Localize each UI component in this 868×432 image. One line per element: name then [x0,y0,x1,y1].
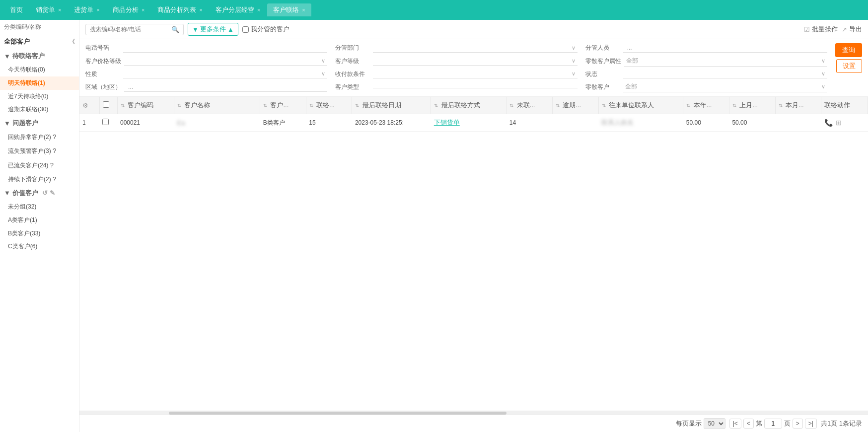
nav-customer-contact-close[interactable]: × [302,7,305,13]
filter-region-dots[interactable]: ... [128,83,133,90]
horizontal-scrollbar[interactable] [79,411,868,415]
col-sort-uncontacted-icon[interactable]: ⇅ [509,103,513,108]
nav-product-analysis-list[interactable]: 商品分析列表 × [151,3,208,16]
sidebar-group-problem[interactable]: ▼ 问题客户 [0,116,79,130]
col-sort-cmonth-icon[interactable]: ⇅ [779,103,783,108]
last-page-btn[interactable]: >| [805,419,817,429]
main-layout: 🔍 全部客户 《 ▼ 待联络客户 今天待联络(0) 明天待联络(1) 近7天待联… [0,20,868,432]
nav-sales-order-close[interactable]: × [58,7,61,13]
filter-person-dots[interactable]: ... [627,44,632,51]
first-page-btn[interactable]: |< [729,419,741,429]
row-checkbox[interactable] [102,119,109,125]
filter-retail-customer-select[interactable]: 全部 ∨ [623,81,827,92]
main-search-icon[interactable]: 🔍 [171,26,179,33]
sidebar-churned[interactable]: 已流失客户(24) ? [0,158,79,172]
nav-customer-layered-close[interactable]: × [257,7,260,13]
col-sort-overdue-icon[interactable]: ⇅ [556,103,560,108]
sidebar-declining[interactable]: 持续下滑客户(2) ? [0,172,79,186]
col-sort-contact-icon[interactable]: ⇅ [309,103,313,108]
filter-customer-type-label: 客户类型 [335,83,370,91]
refresh-icon[interactable]: ↺ [42,189,48,197]
filter-price-level-select[interactable]: ∨ [124,57,327,66]
nav-product-analysis[interactable]: 商品分析 × [107,3,150,16]
my-customers-toggle[interactable]: 我分管的客户 [242,25,289,34]
filter-payment-select[interactable]: ∨ [373,70,577,78]
col-settings[interactable]: ⚙ [79,97,99,114]
more-filter-btn[interactable]: ▼ 更多条件 ▲ [188,23,238,36]
sidebar-class-a[interactable]: A类客户(1) [0,214,79,227]
page-number-input[interactable] [764,419,782,429]
sidebar-repurchase-abnormal[interactable]: 回购异常客户(2) ? [0,130,79,144]
col-sort-method-icon[interactable]: ⇅ [434,103,438,108]
filter-status-select[interactable]: ∨ [623,70,827,78]
col-sort-date-icon[interactable]: ⇅ [355,103,359,108]
nav-home[interactable]: 首页 [4,3,29,16]
filter-region-select[interactable]: ... [124,82,327,92]
filter-person-label: 分管人员 [585,44,620,52]
col-sort-year-icon[interactable]: ⇅ [686,103,690,108]
scrollbar-thumb[interactable] [169,412,506,415]
sidebar-group-value-label: 价值客户 [12,189,38,198]
col-checkbox[interactable] [99,97,117,114]
sidebar-search-input[interactable] [4,23,78,30]
prev-page-btn[interactable]: < [743,419,754,429]
filter-retail-attr-select[interactable]: 全部 ∨ [624,56,827,67]
col-sort-icon[interactable]: ⇅ [121,103,125,108]
settings-icon[interactable]: ⚙ [82,102,88,109]
help-icon-4[interactable]: ? [53,175,56,183]
nav-product-analysis-close[interactable]: × [142,7,145,13]
main-search-input[interactable] [90,26,169,33]
filter-dept-select[interactable]: ∨ [373,44,577,53]
next-page-btn[interactable]: > [793,419,803,429]
filter-customer-type-select[interactable] [373,86,577,88]
filter-nature-select[interactable]: ∨ [123,70,327,78]
sidebar-collapse-icon[interactable]: 《 [69,38,75,46]
edit-icon[interactable]: ✎ [50,189,55,197]
sidebar-overdue-uncontacted[interactable]: 逾期未联络(30) [0,103,79,116]
nav-product-list-close[interactable]: × [199,7,202,13]
sidebar-tomorrow-pending[interactable]: 明天待联络(1) [0,76,79,90]
select-all-checkbox[interactable] [103,101,109,108]
col-sort-lmonth-icon[interactable]: ⇅ [732,103,736,108]
col-sort-type-icon[interactable]: ⇅ [263,103,267,108]
sidebar-class-c[interactable]: C类客户(6) [0,240,79,253]
sidebar-churn-warning[interactable]: 流失预警客户(3) ? [0,144,79,158]
col-sort-person-icon[interactable]: ⇅ [602,103,606,108]
col-last-month: ⇅ 上月... [729,97,775,114]
nav-purchase-order[interactable]: 进货单 × [68,3,105,16]
filter-retail-customer: 零散客户 全部 ∨ [585,81,827,92]
nav-customer-layered[interactable]: 客户分层经营 × [210,3,266,16]
row-checkbox-cell[interactable] [99,114,117,132]
nav-customer-contact[interactable]: 客户联络 × [267,3,311,16]
action-grid-icon[interactable]: ⊞ [836,119,842,127]
export-btn[interactable]: ↗ 导出 [842,25,862,34]
filter-panel: 电话号码 分管部门 ∨ 分管人员 [79,39,868,97]
batch-op-btn[interactable]: ☑ 批量操作 [804,25,838,34]
set-button[interactable]: 设置 [836,59,862,73]
nav-sales-order[interactable]: 销货单 × [30,3,67,16]
filter-btn-group: 查询 设置 [835,43,862,92]
help-icon-2[interactable]: ? [53,147,56,154]
sidebar-class-b[interactable]: B类客户(33) [0,227,79,240]
row-last-method[interactable]: 下销货单 [431,114,506,132]
nav-purchase-close[interactable]: × [96,7,99,13]
filter-customer-level-select[interactable]: ∨ [373,57,577,66]
sidebar-group-pending[interactable]: ▼ 待联络客户 [0,49,79,63]
sidebar-today-pending[interactable]: 今天待联络(0) [0,63,79,76]
sidebar-7day-pending[interactable]: 近7天待联络(0) [0,90,79,103]
filter-phone-input[interactable] [123,43,327,53]
filter-person-select[interactable]: ... [623,43,827,53]
batch-op-checkbox-icon: ☑ [804,26,810,33]
query-button[interactable]: 查询 [835,43,862,57]
action-phone-icon[interactable]: 📞 [824,119,833,127]
help-icon-3[interactable]: ? [50,161,54,169]
per-page-select[interactable]: 50 [704,418,725,429]
sidebar-all-customers[interactable]: 全部客户 《 [0,34,79,49]
sidebar-ungrouped[interactable]: 未分组(32) [0,200,79,214]
row-name[interactable]: Ea [174,114,260,132]
sidebar-group-value[interactable]: ▼ 价值客户 ↺ ✎ [0,186,79,200]
my-customers-checkbox[interactable] [242,26,249,33]
help-icon-1[interactable]: ? [53,133,56,141]
filter-region-label: 区域（地区） [85,83,121,91]
col-sort-name-icon[interactable]: ⇅ [177,103,181,108]
